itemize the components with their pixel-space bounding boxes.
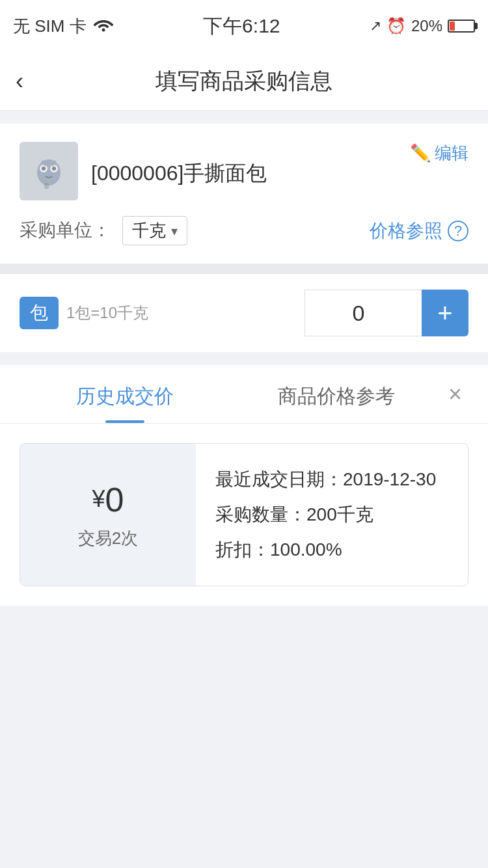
tab-history-price[interactable]: 历史成交价 [20,365,230,423]
edit-icon: ✏️ [410,143,431,163]
unit-select[interactable]: 千克 ▾ [122,216,187,245]
edit-button[interactable]: ✏️ 编辑 [410,142,468,165]
purchase-qty-row: 采购数量：200千克 [215,502,448,527]
tabs-section: 历史成交价 商品价格参考 × ¥0 交易2次 最近成交日期：2019-12-30… [0,365,488,606]
wifi-icon [93,16,114,36]
recent-date-label: 最近成交日期： [215,469,343,489]
status-left: 无 SIM 卡 [13,15,114,38]
history-card: ¥0 交易2次 最近成交日期：2019-12-30 采购数量：200千克 折扣：… [20,443,468,586]
quantity-label: 采购数量： [215,504,306,524]
location-icon: ↗ [370,18,381,34]
product-left: 鲁 [0000006]手撕面包 [20,142,267,200]
nav-bar: ‹ 填写商品采购信息 [0,52,488,111]
unit-label-area: 采购单位： 千克 ▾ [20,216,187,245]
unit-dropdown-icon: ▾ [171,223,178,239]
tab-history-label: 历史成交价 [76,385,174,407]
price-value: 0 [105,481,124,519]
recent-date-value: 2019-12-30 [343,469,436,489]
page-title: 填写商品采购信息 [156,66,332,96]
bottom-space [0,606,488,868]
help-icon: ? [448,221,468,241]
tab-close-button[interactable]: × [442,368,468,421]
product-image: 鲁 [20,142,78,200]
price-ref-button[interactable]: 价格参照 ? [370,219,468,243]
svg-point-5 [52,167,56,170]
svg-text:鲁: 鲁 [44,182,50,189]
status-time: 下午6:12 [203,13,280,40]
currency-symbol: ¥ [92,485,105,513]
svg-point-4 [42,167,46,170]
quantity-section: 包 1包=10千克 + [0,274,488,352]
battery-pct: 20% [411,17,442,35]
history-content: ¥0 交易2次 最近成交日期：2019-12-30 采购数量：200千克 折扣：… [0,424,488,606]
recent-date-row: 最近成交日期：2019-12-30 [215,467,448,492]
quantity-label-area: 包 1包=10千克 [20,297,148,329]
tab-product-price[interactable]: 商品价格参考 [230,365,441,423]
product-header: 鲁 [0000006]手撕面包 ✏️ 编辑 [20,142,468,200]
unit-conversion-hint: 1包=10千克 [66,303,148,323]
unit-row: 采购单位： 千克 ▾ 价格参照 ? [20,216,468,245]
quantity-value: 200千克 [306,504,373,524]
alarm-icon: ⏰ [386,17,406,35]
product-section: 鲁 [0000006]手撕面包 ✏️ 编辑 采购单位： 千克 ▾ 价格参照 ? [0,124,488,264]
price-ref-label: 价格参照 [370,219,442,243]
product-name: [0000006]手撕面包 [91,159,267,188]
discount-value: 100.00% [270,539,342,560]
quantity-input-area: + [305,290,468,336]
svg-point-0 [102,28,105,31]
unit-value: 千克 [132,219,166,242]
section-divider [0,264,488,274]
discount-label: 折扣： [215,539,270,560]
battery-icon [448,20,475,33]
status-right: ↗ ⏰ 20% [370,17,475,35]
tabs-header: 历史成交价 商品价格参考 × [0,365,488,424]
status-bar: 无 SIM 卡 下午6:12 ↗ ⏰ 20% [0,0,488,52]
carrier-text: 无 SIM 卡 [13,15,87,38]
tab-product-label: 商品价格参考 [278,385,395,407]
unit-label: 采购单位： [20,220,111,240]
svg-point-1 [37,159,61,185]
card-detail-area: 最近成交日期：2019-12-30 采购数量：200千克 折扣：100.00% [196,444,468,586]
card-price-display: ¥0 [92,480,124,519]
card-trades: 交易2次 [78,527,138,550]
edit-label: 编辑 [435,142,468,165]
back-button[interactable]: ‹ [16,68,23,95]
quantity-plus-button[interactable]: + [422,290,468,336]
card-price-area: ¥0 交易2次 [20,444,196,586]
quantity-unit-box: 包 [20,297,59,329]
discount-row: 折扣：100.00% [215,537,448,562]
quantity-input[interactable] [305,290,422,336]
